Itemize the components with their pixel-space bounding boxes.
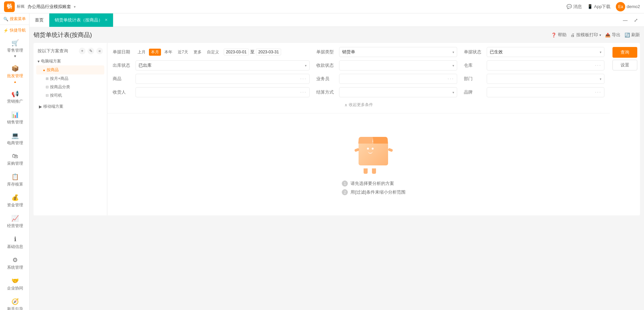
- box-eyes: [367, 148, 374, 150]
- app-download-btn[interactable]: 📱 App下载: [587, 4, 610, 10]
- tab-home[interactable]: 首页: [30, 13, 49, 27]
- filter-dept: 部门 ▾: [464, 74, 604, 84]
- page-actions: ❓ 帮助 🖨 按模板打印 ▾ 📤 导出 🔄: [551, 32, 640, 38]
- date-btn-7days[interactable]: 近7天: [176, 49, 190, 56]
- main-layout: 🔍 搜索菜单 ⚡ 快捷导航 🛒 零售管理 ▼ 📦 批发管理 ▲ 📢 营销推广: [0, 13, 644, 310]
- sidebar-item-ecommerce[interactable]: 💻 电商管理: [0, 128, 29, 149]
- scheme-item-goods-category[interactable]: ⊟ 按商品分类: [36, 83, 104, 91]
- collect-status-control[interactable]: ▾: [339, 60, 457, 70]
- date-btn-this-month[interactable]: 本月: [149, 49, 161, 56]
- active-dot: ●: [43, 68, 45, 72]
- tab-bar-actions: — ⤢: [621, 16, 644, 24]
- sidebar-item-sales[interactable]: 📊 销售管理: [0, 108, 29, 128]
- top-bar: 畅 标账 办公用品行业模拟账套 ▾ 💬 消息 📱 App下载: [0, 0, 644, 13]
- doc-type-control[interactable]: 销货单 ▾: [339, 47, 457, 57]
- date-start-input[interactable]: 2023-03-01: [224, 49, 249, 55]
- filter-consignee: 收货人 ···: [113, 87, 310, 97]
- search-icon: 🔍: [3, 17, 8, 21]
- scheme-item-goods[interactable]: ● 按商品: [36, 65, 104, 74]
- list-icon: ⊟: [46, 85, 49, 89]
- inventory-icon: 📋: [11, 173, 19, 180]
- help-btn[interactable]: ❓ 帮助: [551, 32, 567, 38]
- left-panel-actions: + ✎ «: [79, 48, 103, 54]
- driver-icon: ⊟: [46, 93, 49, 98]
- scheme-item-driver[interactable]: ⊟ 按司机: [36, 91, 104, 100]
- quick-nav-btn[interactable]: ⚡ 快捷导航: [0, 25, 29, 36]
- edit-scheme-btn[interactable]: ✎: [88, 48, 94, 54]
- dept-control[interactable]: ▾: [487, 74, 604, 84]
- filter-and-actions: 单据日期 上月 本月 本年 近7天 更多 自定义: [107, 43, 640, 113]
- sidebar-item-retail[interactable]: 🛒 零售管理 ▼: [0, 36, 29, 61]
- sidebar-item-guide[interactable]: 🧭 新手引导: [0, 295, 29, 310]
- salesman-control[interactable]: ···: [339, 74, 457, 84]
- pc-scheme-group: ▾ 电脑端方案 ● 按商品 ⊞ 按月+商品: [34, 57, 107, 100]
- maximize-btn[interactable]: ⤢: [632, 16, 640, 24]
- settlement-chevron: ▾: [452, 91, 454, 94]
- left-panel-header: 按以下方案查询 + ✎ «: [34, 46, 107, 57]
- add-scheme-btn[interactable]: +: [79, 48, 86, 54]
- page-title: 销货单统计表(按商品): [34, 31, 92, 39]
- eye-left: [367, 148, 369, 150]
- app-title[interactable]: 办公用品行业模拟账套 ▾: [28, 4, 76, 10]
- settlement-control[interactable]: ▾: [339, 87, 457, 97]
- print-btn[interactable]: 🖨 按模板打印 ▾: [571, 32, 601, 38]
- filter-goods: 商品 ···: [113, 74, 310, 84]
- tab-active[interactable]: 销货单统计表（按商品） ✕: [49, 13, 113, 27]
- warehouse-control[interactable]: ···: [487, 60, 604, 70]
- collect-status-chevron: ▾: [452, 64, 454, 67]
- sidebar-item-system[interactable]: ⚙ 系统管理: [0, 253, 29, 274]
- out-status-control[interactable]: 已出库 ▾: [136, 60, 310, 70]
- minimize-btn[interactable]: —: [621, 16, 629, 24]
- consignee-control[interactable]: ···: [136, 87, 310, 97]
- refresh-btn[interactable]: 🔄 刷新: [625, 32, 640, 38]
- goods-control[interactable]: ···: [136, 74, 310, 84]
- query-btn[interactable]: 查询: [612, 47, 637, 58]
- date-btn-this-year[interactable]: 本年: [162, 49, 174, 56]
- date-btn-custom[interactable]: 自定义: [205, 49, 221, 56]
- search-menu-btn[interactable]: 🔍 搜索菜单: [0, 13, 29, 25]
- sidebar-item-inventory[interactable]: 📋 库存核算: [0, 170, 29, 191]
- sidebar-item-management[interactable]: 📈 经营管理: [0, 211, 29, 232]
- collapse-btn[interactable]: ∧ 收起更多条件: [113, 101, 604, 109]
- scheme-item-month-goods[interactable]: ⊞ 按月+商品: [36, 74, 104, 83]
- expand-icon: ▼: [13, 54, 17, 58]
- basic-icon: ℹ: [14, 236, 16, 243]
- date-end-input[interactable]: 2023-03-31: [256, 49, 281, 55]
- sidebar-item-marketing[interactable]: 📢 营销推广: [0, 87, 29, 108]
- setting-btn[interactable]: 设置: [612, 60, 637, 70]
- eye-right: [372, 148, 374, 150]
- top-bar-left: 畅 标账 办公用品行业模拟账套 ▾: [4, 1, 76, 12]
- leg-right: [372, 168, 376, 174]
- sidebar-item-wholesale[interactable]: 📦 批发管理 ▲: [0, 61, 29, 87]
- sidebar-item-purchase[interactable]: 🛍 采购管理: [0, 149, 29, 170]
- step-num-1: 1: [342, 180, 348, 187]
- tab-close-btn[interactable]: ✕: [105, 18, 108, 22]
- warehouse-dots: ···: [595, 62, 601, 68]
- system-icon: ⚙: [12, 256, 18, 264]
- sidebar-item-basic[interactable]: ℹ 基础信息: [0, 232, 29, 253]
- sidebar-item-finance[interactable]: 💰 资金管理: [0, 191, 29, 211]
- user-menu[interactable]: Ea demo2: [616, 2, 640, 11]
- left-panel: 按以下方案查询 + ✎ « ▾ 电脑端方案: [34, 43, 107, 215]
- top-bar-right: 💬 消息 📱 App下载 Ea demo2: [567, 2, 640, 11]
- two-panel: 按以下方案查询 + ✎ « ▾ 电脑端方案: [34, 43, 640, 215]
- mobile-group-header[interactable]: ▶ 移动端方案: [36, 102, 104, 111]
- brand-control[interactable]: ···: [487, 87, 604, 97]
- export-icon: 📤: [605, 33, 610, 38]
- date-btn-last-month[interactable]: 上月: [136, 49, 148, 56]
- guide-icon: 🧭: [11, 298, 19, 305]
- marketing-icon: 📢: [11, 90, 19, 98]
- box-body: [359, 142, 388, 165]
- collapse-scheme-btn[interactable]: «: [96, 48, 103, 54]
- doc-status-control[interactable]: 已生效 ▾: [487, 47, 604, 57]
- tab-bar: 首页 销货单统计表（按商品） ✕ — ⤢: [30, 13, 644, 27]
- pc-group-header[interactable]: ▾ 电脑端方案: [36, 57, 104, 65]
- logo-icon: 畅: [4, 1, 15, 12]
- expand-icon2: ▲: [13, 80, 17, 84]
- message-btn[interactable]: 💬 消息: [567, 4, 582, 10]
- leg-left: [364, 168, 368, 174]
- date-btn-more[interactable]: 更多: [192, 49, 204, 56]
- management-icon: 📈: [11, 215, 19, 222]
- export-btn[interactable]: 📤 导出: [605, 32, 621, 38]
- sidebar-item-collab[interactable]: 🤝 企业协同: [0, 274, 29, 295]
